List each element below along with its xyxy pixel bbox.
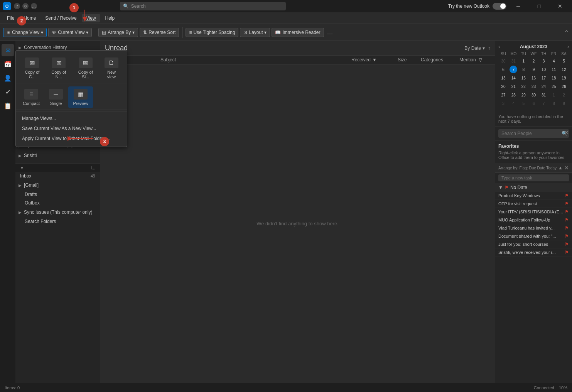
preview-view[interactable]: ▦ Preview: [68, 86, 93, 108]
task-item[interactable]: Document shared with you: "...⚑: [495, 232, 572, 240]
task-item[interactable]: Product Key Windows⚑: [495, 192, 572, 200]
task-flag-icon[interactable]: ⚑: [565, 242, 569, 247]
redo-button[interactable]: ↻: [22, 3, 29, 9]
col-size[interactable]: Size: [398, 57, 421, 63]
search-people-input[interactable]: [498, 129, 569, 138]
task-flag-icon[interactable]: ⚑: [565, 217, 569, 223]
task-item[interactable]: Srishti, we've received your r...⚑: [495, 248, 572, 257]
layout-button[interactable]: ⊡ Layout ▾: [240, 28, 270, 37]
save-current-view-item[interactable]: Save Current View As a New View...: [16, 123, 127, 133]
task-flag-icon[interactable]: ⚑: [565, 225, 569, 231]
calendar-day[interactable]: 27: [499, 91, 507, 99]
undo-button[interactable]: ↺: [14, 3, 20, 9]
calendar-day[interactable]: 28: [510, 91, 517, 99]
calendar-day[interactable]: 4: [550, 57, 558, 65]
sidebar-icon-notes[interactable]: 📋: [2, 100, 14, 112]
maximize-button[interactable]: □: [530, 0, 548, 12]
close-button[interactable]: ✕: [551, 0, 569, 12]
calendar-day[interactable]: 25: [550, 83, 558, 90]
task-item[interactable]: MUO Application Follow-Up⚑: [495, 216, 572, 224]
calendar-day[interactable]: 17: [540, 74, 548, 82]
calendar-day[interactable]: 14: [510, 74, 517, 82]
manage-views-item[interactable]: Manage Views...: [16, 113, 127, 123]
calendar-day[interactable]: 20: [499, 83, 507, 90]
calendar-day[interactable]: 22: [520, 83, 527, 90]
menu-view[interactable]: View: [82, 14, 100, 22]
calendar-day[interactable]: 31: [540, 91, 548, 99]
ribbon-collapse-button[interactable]: ⌃: [564, 29, 569, 35]
filter-icon[interactable]: ▽: [479, 57, 482, 63]
calendar-day[interactable]: 4: [510, 100, 517, 107]
tasks-scroll-up[interactable]: ▲: [558, 165, 563, 171]
calendar-day[interactable]: 2: [530, 57, 537, 65]
col-received[interactable]: Received ▼: [351, 57, 398, 63]
inbox-item[interactable]: Inbox 49: [15, 172, 100, 180]
calendar-prev-button[interactable]: ‹: [498, 44, 500, 49]
immersive-reader-button[interactable]: 📖 Immersive Reader: [272, 28, 324, 37]
sidebar-icon-people[interactable]: 👤: [2, 72, 14, 84]
ribbon-more-button[interactable]: …: [327, 29, 333, 36]
new-task-input[interactable]: [498, 174, 569, 181]
calendar-day[interactable]: 15: [520, 74, 527, 82]
calendar-day[interactable]: 12: [560, 66, 568, 73]
apply-current-view-item[interactable]: Apply Current View to Other Mail Folders…: [16, 133, 127, 144]
minimize-button[interactable]: ─: [510, 0, 527, 12]
calendar-day[interactable]: 10: [540, 66, 548, 73]
more-button[interactable]: …: [31, 3, 37, 9]
calendar-day[interactable]: 16: [530, 74, 537, 82]
task-item[interactable]: OTP for visit request⚑: [495, 200, 572, 208]
copy-n-view[interactable]: ✉ Copy of N...: [46, 55, 72, 81]
calendar-day[interactable]: 29: [520, 91, 527, 99]
sort-direction-icon[interactable]: ↑: [488, 46, 490, 51]
drafts-item[interactable]: Drafts: [15, 190, 100, 199]
col-subject[interactable]: Subject: [160, 57, 351, 63]
current-view-button[interactable]: 👁 Current View ▾: [48, 28, 92, 37]
calendar-day[interactable]: 9: [530, 66, 537, 73]
change-view-button[interactable]: ⊞ Change View ▾: [3, 28, 47, 37]
task-item[interactable]: Vlad Turiceanu has invited y...⚑: [495, 224, 572, 232]
task-flag-icon[interactable]: ⚑: [565, 233, 569, 239]
calendar-day[interactable]: 6: [530, 100, 537, 107]
calendar-day[interactable]: 7: [540, 100, 548, 107]
gmail-header[interactable]: ▶ [Gmail]: [15, 180, 100, 190]
task-flag-icon[interactable]: ⚑: [565, 201, 569, 206]
try-outlook-toggle[interactable]: [493, 3, 506, 10]
search-bar[interactable]: 🔍 Search: [120, 2, 286, 10]
tasks-close-button[interactable]: ✕: [564, 165, 569, 171]
srishti-header[interactable]: ▶ Srishti: [15, 150, 100, 161]
calendar-next-button[interactable]: ›: [567, 44, 569, 49]
calendar-day[interactable]: 8: [550, 100, 558, 107]
arrange-by-button[interactable]: ▤ Arrange By ▾: [98, 28, 138, 37]
sort-by-date-button[interactable]: By Date ▾: [464, 46, 485, 51]
calendar-day[interactable]: 6: [499, 66, 507, 73]
copy-si-view[interactable]: ✉ Copy of Si...: [72, 55, 99, 81]
calendar-day[interactable]: 23: [530, 83, 537, 90]
calendar-day[interactable]: 24: [540, 83, 548, 90]
new-view-button[interactable]: 🗋 New view: [99, 55, 124, 81]
calendar-day[interactable]: 9: [560, 100, 568, 107]
outbox2-item[interactable]: Outbox: [15, 199, 100, 207]
menu-file[interactable]: File: [3, 14, 18, 22]
task-flag-icon[interactable]: ⚑: [565, 209, 569, 215]
calendar-day[interactable]: 31: [510, 57, 517, 65]
task-flag-icon[interactable]: ⚑: [565, 193, 569, 198]
calendar-day[interactable]: 18: [550, 74, 558, 82]
menu-send-receive[interactable]: Send / Receive: [41, 14, 80, 22]
calendar-day[interactable]: 2: [560, 91, 568, 99]
calendar-day[interactable]: 1: [520, 57, 527, 65]
calendar-day[interactable]: 1: [550, 91, 558, 99]
reverse-sort-button[interactable]: ⇅ Reverse Sort: [140, 28, 179, 37]
sync-issues-header[interactable]: ▶ Sync Issues (This computer only): [15, 207, 100, 217]
calendar-day[interactable]: 21: [510, 83, 517, 90]
calendar-day[interactable]: 30: [499, 57, 507, 65]
calendar-day[interactable]: 5: [520, 100, 527, 107]
task-flag-icon[interactable]: ⚑: [565, 250, 569, 255]
menu-help[interactable]: Help: [101, 14, 119, 22]
copy-c-view[interactable]: ✉ Copy of C...: [19, 55, 46, 81]
calendar-day[interactable]: 3: [499, 100, 507, 107]
calendar-day[interactable]: 3: [540, 57, 548, 65]
calendar-day[interactable]: 26: [560, 83, 568, 90]
task-item[interactable]: Just for you: short courses⚑: [495, 240, 572, 248]
calendar-day[interactable]: 19: [560, 74, 568, 82]
calendar-day[interactable]: 13: [499, 74, 507, 82]
